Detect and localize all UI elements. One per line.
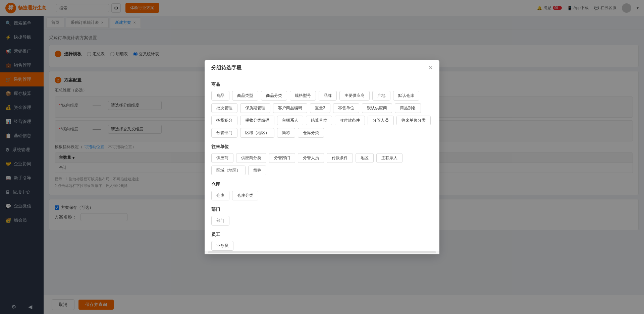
field-tags-1: 供应商供应商分类分管部门分管人员付款条件地区主联系人区域（地区）简称 [211, 153, 433, 175]
modal-header: 分组待选字段 ✕ [205, 60, 439, 76]
field-tag-2-1[interactable]: 仓库分类 [232, 191, 258, 200]
field-group-3: 部门部门 [211, 206, 433, 226]
field-tag-0-14[interactable]: 商品别名 [395, 103, 421, 113]
field-tag-1-2[interactable]: 分管部门 [269, 153, 295, 163]
field-tag-0-6[interactable]: 产地 [372, 91, 390, 101]
modal-title: 分组待选字段 [211, 65, 241, 71]
field-tag-1-8[interactable]: 简称 [248, 166, 266, 175]
field-tag-0-23[interactable]: 区域（地区） [240, 128, 274, 138]
field-tag-0-0[interactable]: 商品 [211, 91, 229, 101]
modal-body: 商品商品商品类型商品分类规格型号品牌主要供应商产地默认仓库批次管理保质期管理客户… [205, 76, 439, 251]
field-group-title-4: 员工 [211, 232, 433, 238]
modal-horizontal-scrollbar[interactable] [205, 251, 439, 254]
field-tag-1-5[interactable]: 地区 [356, 153, 374, 163]
field-tag-0-9[interactable]: 保质期管理 [240, 103, 270, 113]
field-group-2: 仓库仓库仓库分类 [211, 181, 433, 200]
field-tag-0-22[interactable]: 分管部门 [211, 128, 237, 138]
field-tag-1-7[interactable]: 区域（地区） [211, 166, 246, 175]
field-tag-0-11[interactable]: 重量3 [310, 103, 330, 113]
field-group-1: 往来单位供应商供应商分类分管部门分管人员付款条件地区主联系人区域（地区）简称 [211, 144, 433, 175]
field-tag-0-4[interactable]: 品牌 [319, 91, 337, 101]
field-tag-1-6[interactable]: 主联系人 [376, 153, 402, 163]
scrollbar-thumb [208, 251, 436, 253]
field-tag-0-16[interactable]: 税收分类编码 [240, 116, 274, 125]
field-tag-0-12[interactable]: 零售单位 [333, 103, 359, 113]
field-group-0: 商品商品商品类型商品分类规格型号品牌主要供应商产地默认仓库批次管理保质期管理客户… [211, 81, 433, 138]
field-tags-4: 业务员 [211, 241, 433, 251]
field-group-title-0: 商品 [211, 81, 433, 87]
modal-close-button[interactable]: ✕ [428, 65, 433, 71]
field-tag-1-4[interactable]: 付款条件 [327, 153, 353, 163]
field-tags-2: 仓库仓库分类 [211, 191, 433, 200]
field-tag-0-17[interactable]: 主联系人 [277, 116, 303, 125]
field-tag-0-2[interactable]: 商品分类 [261, 91, 287, 101]
field-group-title-2: 仓库 [211, 181, 433, 187]
field-tag-1-0[interactable]: 供应商 [211, 153, 233, 163]
field-tag-0-25[interactable]: 仓库分类 [298, 128, 324, 138]
field-tag-0-10[interactable]: 客户商品编码 [273, 103, 307, 113]
field-group-4: 员工业务员 [211, 232, 433, 251]
field-tags-3: 部门 [211, 216, 433, 226]
field-tag-0-13[interactable]: 默认供应商 [362, 103, 392, 113]
field-tag-0-1[interactable]: 商品类型 [232, 91, 258, 101]
field-tag-1-1[interactable]: 供应商分类 [236, 153, 266, 163]
field-tag-0-8[interactable]: 批次管理 [211, 103, 237, 113]
field-tag-0-18[interactable]: 结算单位 [306, 116, 332, 125]
modal-overlay: 分组待选字段 ✕ 商品商品商品类型商品分类规格型号品牌主要供应商产地默认仓库批次… [0, 0, 644, 314]
field-tag-1-3[interactable]: 分管人员 [298, 153, 324, 163]
field-tag-2-0[interactable]: 仓库 [211, 191, 229, 200]
field-tag-4-0[interactable]: 业务员 [211, 241, 233, 251]
field-tag-0-20[interactable]: 分管人员 [368, 116, 394, 125]
field-group-title-1: 往来单位 [211, 144, 433, 150]
field-tag-0-19[interactable]: 收付款条件 [335, 116, 365, 125]
field-select-modal: 分组待选字段 ✕ 商品商品商品类型商品分类规格型号品牌主要供应商产地默认仓库批次… [205, 60, 439, 254]
field-tag-0-15[interactable]: 拣货积分 [211, 116, 237, 125]
field-tag-0-24[interactable]: 简称 [277, 128, 295, 138]
field-tags-0: 商品商品类型商品分类规格型号品牌主要供应商产地默认仓库批次管理保质期管理客户商品… [211, 91, 433, 138]
field-tag-3-0[interactable]: 部门 [211, 216, 229, 226]
field-group-title-3: 部门 [211, 206, 433, 212]
field-tag-0-7[interactable]: 默认仓库 [393, 91, 419, 101]
field-tag-0-21[interactable]: 往来单位分类 [396, 116, 431, 125]
field-tag-0-5[interactable]: 主要供应商 [339, 91, 370, 101]
field-tag-0-3[interactable]: 规格型号 [290, 91, 316, 101]
